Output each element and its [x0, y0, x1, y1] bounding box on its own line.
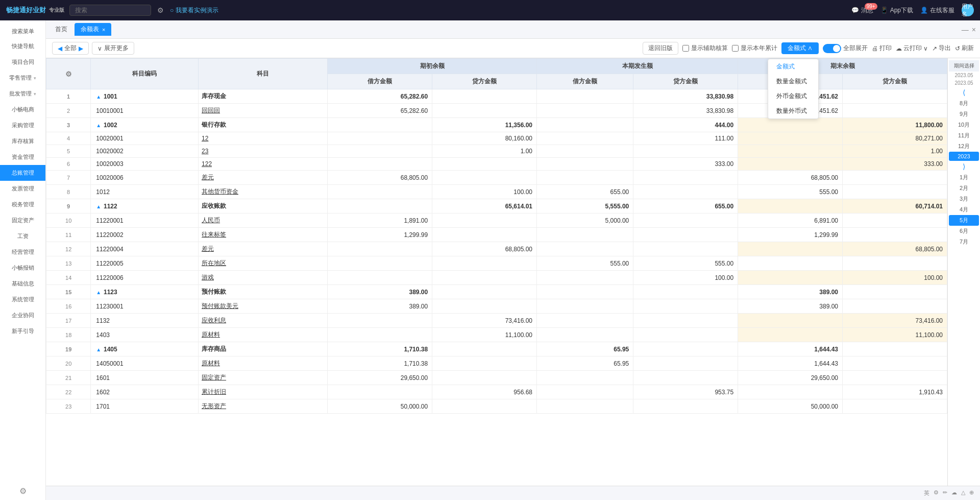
- month-3[interactable]: 3月: [949, 194, 979, 204]
- sidebar-item-funds[interactable]: 资金管理: [0, 149, 45, 165]
- expand-panel-btn[interactable]: ⟩: [949, 161, 979, 172]
- subject-name-cell[interactable]: 库存现金: [199, 89, 328, 104]
- subject-name-cell[interactable]: 银行存款: [199, 118, 328, 132]
- sidebar-gear-icon[interactable]: ⚙: [19, 487, 27, 495]
- status-plus-icon[interactable]: ⊕: [969, 489, 974, 497]
- month-2[interactable]: 2月: [949, 183, 979, 194]
- sidebar-item-inventory[interactable]: 库存核算: [0, 133, 45, 149]
- expand-icon[interactable]: ▲: [96, 204, 103, 209]
- style-option-qty-amount[interactable]: 数量金额式: [768, 74, 818, 89]
- app-download-btn[interactable]: 📱 App下载: [880, 6, 913, 15]
- month-7[interactable]: 7月: [949, 236, 979, 247]
- style-btn[interactable]: 金额式 ∧: [781, 42, 819, 54]
- expand-icon[interactable]: ▲: [96, 123, 103, 128]
- settings-icon[interactable]: ⚙: [157, 6, 164, 14]
- cloud-print-btn[interactable]: ☁ 云打印 ∨: [896, 44, 928, 53]
- month-8[interactable]: 8月: [949, 98, 979, 109]
- col-settings[interactable]: ⚙: [46, 59, 91, 89]
- sidebar-item-quick-nav[interactable]: 快捷导航: [0, 38, 45, 54]
- sidebar-item-payroll[interactable]: 工资: [0, 228, 45, 244]
- settings-icon[interactable]: ⚙: [65, 70, 72, 78]
- month-9[interactable]: 9月: [949, 109, 979, 120]
- sidebar-item-basic-info[interactable]: 基础信息: [0, 276, 45, 292]
- subject-name-cell[interactable]: 原材料: [199, 356, 328, 371]
- sidebar-item-tax[interactable]: 税务管理: [0, 197, 45, 212]
- status-edit-icon[interactable]: ✏: [943, 489, 947, 497]
- month-10[interactable]: 10月: [949, 120, 979, 130]
- month-11[interactable]: 11月: [949, 130, 979, 141]
- online-service-btn[interactable]: 👤 在线客服: [920, 6, 954, 15]
- subject-name-cell[interactable]: 往来标签: [199, 228, 328, 242]
- subject-name-cell[interactable]: 差元: [199, 242, 328, 256]
- collapse-btn[interactable]: ⟨: [949, 87, 979, 98]
- subject-name-cell[interactable]: 23: [199, 145, 328, 158]
- sidebar-item-ledger[interactable]: 总账管理: [0, 165, 45, 181]
- expand-icon[interactable]: ▲: [96, 94, 103, 100]
- tab-close-icon[interactable]: ×: [102, 27, 105, 33]
- sidebar-item-wholesale[interactable]: 批发管理 ▾: [0, 86, 45, 102]
- sidebar-item-ecommerce[interactable]: 小畅电商: [0, 102, 45, 117]
- avatar[interactable]: 用户名: [962, 4, 974, 16]
- print-btn[interactable]: 🖨 打印: [872, 44, 892, 53]
- month-4[interactable]: 4月: [949, 204, 979, 215]
- amount-cell: [328, 145, 432, 158]
- subject-name-cell[interactable]: 差元: [199, 171, 328, 185]
- status-cloud-icon[interactable]: ☁: [951, 489, 957, 497]
- status-settings-icon[interactable]: ⚙: [934, 489, 939, 497]
- subject-name-cell[interactable]: 库存商品: [199, 342, 328, 356]
- top-search-input[interactable]: [69, 5, 151, 16]
- sidebar-item-project[interactable]: 项目合同: [0, 54, 45, 70]
- back-old-version-btn[interactable]: 退回旧版: [643, 42, 678, 55]
- close-all-btn[interactable]: ×: [972, 26, 976, 34]
- subject-name-cell[interactable]: 人民币: [199, 213, 328, 228]
- subject-name-cell[interactable]: 游戏: [199, 271, 328, 285]
- subject-name-cell[interactable]: 无形资产: [199, 399, 328, 414]
- tab-balance[interactable]: 余额表 ×: [75, 23, 111, 36]
- status-triangle-icon[interactable]: △: [961, 489, 965, 497]
- sidebar-item-expense[interactable]: 小畅报销: [0, 260, 45, 276]
- sidebar-item-operations[interactable]: 经营管理: [0, 244, 45, 260]
- status-lang[interactable]: 英: [924, 489, 929, 497]
- sidebar-item-system[interactable]: 系统管理: [0, 292, 45, 307]
- subject-name-cell[interactable]: 12: [199, 132, 328, 145]
- style-option-qty-fx[interactable]: 数量外币式: [768, 104, 818, 118]
- subject-name-cell[interactable]: 应收账款: [199, 199, 328, 213]
- export-btn[interactable]: ↗ 导出: [932, 44, 951, 53]
- subject-name-cell[interactable]: 原材料: [199, 328, 328, 342]
- sidebar-item-retail[interactable]: 零售管理 ▾: [0, 70, 45, 86]
- demo-link[interactable]: ○ 我要看实例演示: [170, 6, 218, 15]
- minimize-btn[interactable]: —: [962, 26, 969, 34]
- subject-name-cell[interactable]: 预付账款: [199, 285, 328, 299]
- month-6[interactable]: 6月: [949, 226, 979, 236]
- style-option-amount[interactable]: 金额式: [768, 59, 818, 74]
- filter-btn[interactable]: ◀ 全部 ▶: [52, 42, 89, 55]
- subject-name-cell[interactable]: 累计折旧: [199, 385, 328, 399]
- subject-name-cell[interactable]: 122: [199, 158, 328, 171]
- ytd-checkbox[interactable]: [732, 45, 739, 52]
- subject-name-cell[interactable]: 其他货币资金: [199, 185, 328, 199]
- sidebar-item-fixed-assets[interactable]: 固定资产: [0, 212, 45, 228]
- sidebar-search[interactable]: 搜索菜单: [0, 25, 45, 38]
- expand-icon[interactable]: ▲: [96, 347, 103, 352]
- style-option-fx-amount[interactable]: 外币金额式: [768, 89, 818, 104]
- subject-name-cell[interactable]: 固定资产: [199, 371, 328, 385]
- expand-icon[interactable]: ▲: [96, 290, 103, 295]
- month-1[interactable]: 1月: [949, 172, 979, 183]
- subject-name-cell[interactable]: 回回回: [199, 104, 328, 118]
- year-2023-marker[interactable]: 2023: [949, 152, 979, 161]
- month-12[interactable]: 12月: [949, 141, 979, 152]
- month-5[interactable]: 5月: [949, 215, 979, 226]
- auxiliary-checkbox[interactable]: [682, 45, 689, 52]
- subject-name-cell[interactable]: 预付账款美元: [199, 299, 328, 314]
- message-btn[interactable]: 💬 消息 99+: [851, 6, 873, 15]
- subject-name-cell[interactable]: 应收利息: [199, 314, 328, 328]
- expand-toggle[interactable]: [823, 44, 841, 53]
- sidebar-item-enterprise[interactable]: 企业协同: [0, 307, 45, 323]
- tab-home[interactable]: 首页: [50, 23, 72, 36]
- sidebar-item-beginner[interactable]: 新手引导: [0, 323, 45, 339]
- sidebar-item-purchase[interactable]: 采购管理: [0, 117, 45, 133]
- sidebar-item-invoice[interactable]: 发票管理: [0, 181, 45, 197]
- refresh-btn[interactable]: ↺ 刷新: [955, 44, 974, 53]
- expand-more-btn[interactable]: ∨ 展开更多: [92, 42, 134, 55]
- subject-name-cell[interactable]: 所在地区: [199, 256, 328, 271]
